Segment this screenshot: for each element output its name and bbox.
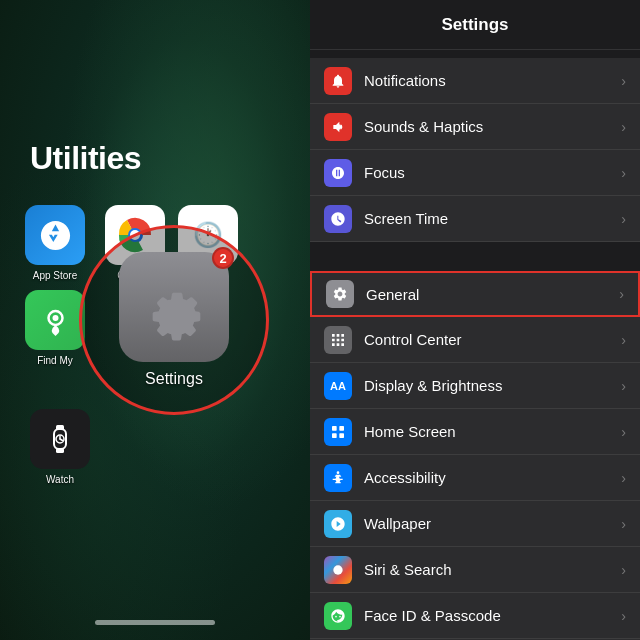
settings-overlay[interactable]: 2 Settings [79, 225, 269, 415]
settings-row-display[interactable]: AA Display & Brightness › [310, 363, 640, 409]
notifications-label: Notifications [364, 72, 621, 89]
watch-label: Watch [46, 474, 74, 485]
screentime-icon [324, 205, 352, 233]
settings-row-focus[interactable]: Focus › [310, 150, 640, 196]
svg-point-5 [52, 315, 58, 321]
settings-list: Notifications › Sounds & Haptics › Focus… [310, 50, 640, 640]
controlcenter-label: Control Center [364, 331, 621, 348]
focus-icon [324, 159, 352, 187]
focus-chevron: › [621, 165, 626, 181]
faceid-chevron: › [621, 608, 626, 624]
notifications-chevron: › [621, 73, 626, 89]
svg-rect-13 [339, 426, 344, 431]
settings-header-title: Settings [441, 15, 508, 35]
faceid-label: Face ID & Passcode [364, 607, 621, 624]
settings-row-controlcenter[interactable]: Control Center › [310, 317, 640, 363]
app-store-item[interactable]: App Store [25, 205, 85, 281]
sounds-chevron: › [621, 119, 626, 135]
settings-row-sounds[interactable]: Sounds & Haptics › [310, 104, 640, 150]
home-bar [95, 620, 215, 625]
findmy-label: Find My [37, 355, 73, 366]
settings-row-siri[interactable]: Siri & Search › [310, 547, 640, 593]
homescreen-chevron: › [621, 424, 626, 440]
sounds-icon [324, 113, 352, 141]
app-store-label: App Store [33, 270, 77, 281]
screentime-chevron: › [621, 211, 626, 227]
accessibility-icon [324, 464, 352, 492]
sounds-label: Sounds & Haptics [364, 118, 621, 135]
settings-row-general[interactable]: General › [310, 271, 640, 317]
settings-header: Settings [310, 0, 640, 50]
homescreen-icon [324, 418, 352, 446]
wallpaper-icon [324, 510, 352, 538]
screentime-label: Screen Time [364, 210, 621, 227]
display-chevron: › [621, 378, 626, 394]
svg-rect-7 [56, 425, 64, 430]
wallpaper-label: Wallpaper [364, 515, 621, 532]
siri-icon [324, 556, 352, 584]
wallpaper-chevron: › [621, 516, 626, 532]
settings-row-notifications[interactable]: Notifications › [310, 58, 640, 104]
accessibility-chevron: › [621, 470, 626, 486]
notifications-icon [324, 67, 352, 95]
faceid-icon [324, 602, 352, 630]
settings-icon-large: 2 [119, 252, 229, 362]
settings-row-screentime[interactable]: Screen Time › [310, 196, 640, 242]
svg-point-16 [337, 471, 340, 474]
controlcenter-icon [324, 326, 352, 354]
watch-item[interactable]: Watch [30, 409, 90, 485]
display-label: Display & Brightness [364, 377, 621, 394]
general-chevron: › [619, 286, 624, 302]
siri-chevron: › [621, 562, 626, 578]
svg-rect-15 [339, 433, 344, 438]
siri-label: Siri & Search [364, 561, 621, 578]
accessibility-label: Accessibility [364, 469, 621, 486]
findmy-item[interactable]: Find My [25, 290, 85, 366]
settings-circle-label: Settings [145, 370, 203, 388]
homescreen-label: Home Screen [364, 423, 621, 440]
folder-title: Utilities [30, 140, 141, 177]
settings-section-1: Notifications › Sounds & Haptics › Focus… [310, 58, 640, 242]
general-label: General [366, 286, 619, 303]
settings-row-faceid[interactable]: Face ID & Passcode › [310, 593, 640, 639]
app-store-icon [25, 205, 85, 265]
left-panel: Utilities App Store Chrome 🕐 [0, 0, 310, 640]
svg-rect-8 [56, 448, 64, 453]
settings-row-accessibility[interactable]: Accessibility › [310, 455, 640, 501]
findmy-icon [25, 290, 85, 350]
display-icon: AA [324, 372, 352, 400]
focus-label: Focus [364, 164, 621, 181]
settings-row-homescreen[interactable]: Home Screen › [310, 409, 640, 455]
controlcenter-chevron: › [621, 332, 626, 348]
watch-icon [30, 409, 90, 469]
settings-row-wallpaper[interactable]: Wallpaper › [310, 501, 640, 547]
right-panel: Settings Notifications › Sounds & Haptic… [310, 0, 640, 640]
settings-circle: 2 Settings [79, 225, 269, 415]
settings-section-2: General › Control Center › AA Display & … [310, 271, 640, 640]
svg-line-11 [60, 439, 63, 441]
svg-rect-12 [332, 426, 337, 431]
svg-rect-14 [332, 433, 337, 438]
general-icon [326, 280, 354, 308]
settings-badge: 2 [212, 247, 234, 269]
svg-point-17 [333, 565, 342, 574]
